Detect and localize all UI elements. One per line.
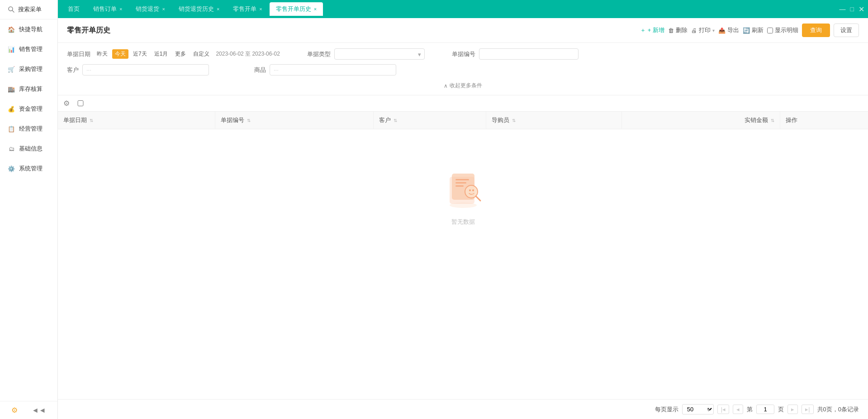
customer-filter: 客户 ···: [67, 64, 209, 75]
product-placeholder: ···: [274, 66, 392, 73]
per-page-select-wrap: 50 10 20 100: [682, 404, 714, 414]
table-settings-icon[interactable]: ⚙: [63, 99, 70, 108]
sort-date-icon: ⇅: [90, 118, 93, 123]
shortcut-7days[interactable]: 近7天: [130, 49, 150, 59]
doc-type-filter: 单据类型: [307, 48, 425, 60]
tab-sales-return-close[interactable]: ×: [162, 6, 165, 12]
select-all-checkbox[interactable]: [73, 100, 88, 106]
sidebar-footer: ⚙ ◄◄: [0, 401, 57, 419]
customer-label: 客户: [67, 66, 79, 74]
tab-sales-return-history-close[interactable]: ×: [217, 6, 219, 12]
window-min-btn[interactable]: —: [840, 5, 846, 13]
tab-retail-open-history-close[interactable]: ×: [314, 6, 317, 12]
per-page-label: 每页显示: [655, 405, 678, 414]
purchase-icon: 🛒: [7, 65, 15, 73]
window-max-btn[interactable]: □: [850, 5, 854, 13]
sidebar-item-label: 经营管理: [19, 125, 43, 133]
tab-sales-order-close[interactable]: ×: [119, 6, 122, 12]
sidebar-item-finance[interactable]: 💰 资金管理: [0, 99, 57, 119]
window-close-btn[interactable]: ✕: [859, 5, 864, 14]
svg-rect-6: [455, 182, 466, 184]
first-page-btn[interactable]: |◂: [717, 405, 729, 414]
th-date[interactable]: 单据日期 ⇅: [58, 112, 215, 129]
last-page-btn[interactable]: ▸|: [802, 405, 813, 414]
tab-retail-open-label: 零售开单: [233, 5, 256, 13]
refresh-button[interactable]: 🔄 刷新: [743, 26, 764, 34]
total-label: 共0页，0条记录: [817, 405, 859, 414]
collapse-more-btn[interactable]: ∧ 收起更多条件: [67, 80, 859, 91]
page-label: 页: [778, 405, 784, 414]
svg-line-1: [12, 10, 14, 12]
filter-row-2: 客户 ··· 商品 ···: [67, 64, 859, 75]
doc-type-select[interactable]: [334, 48, 425, 60]
sidebar-item-label: 基础信息: [19, 145, 43, 153]
topbar: 首页 销售订单 × 销货退货 × 销货退货历史 × 零售开单 × 零售开单历史 …: [58, 0, 868, 18]
per-page-select[interactable]: 50 10 20 100: [682, 404, 714, 414]
table-toolbar: ⚙: [58, 95, 868, 112]
date-filter: 单据日期 昨天 今天 近7天 近1月 更多 自定义 2023-06-02 至 2…: [67, 49, 280, 59]
sidebar-item-operations[interactable]: 📋 经营管理: [0, 119, 57, 139]
sidebar-item-label: 资金管理: [19, 105, 43, 113]
sort-no-icon: ⇅: [247, 118, 251, 123]
tab-home[interactable]: 首页: [62, 2, 86, 16]
sidebar-collapse-btn[interactable]: ◄◄: [32, 406, 46, 414]
inventory-icon: 🏬: [7, 85, 15, 93]
tab-retail-open-history-label: 零售开单历史: [276, 5, 311, 13]
customer-input[interactable]: ···: [82, 64, 209, 75]
tab-sales-return-history[interactable]: 销货退货历史 ×: [172, 2, 226, 16]
shortcut-custom[interactable]: 自定义: [190, 49, 212, 59]
th-amount[interactable]: 实销金额 ⇅: [621, 112, 780, 129]
th-no[interactable]: 单据编号 ⇅: [215, 112, 374, 129]
sort-guide-icon: ⇅: [512, 118, 516, 123]
product-input[interactable]: ···: [270, 64, 396, 75]
th-action: 操作: [780, 112, 868, 129]
tab-sales-order[interactable]: 销售订单 ×: [87, 2, 128, 16]
svg-point-11: [472, 189, 474, 191]
export-button[interactable]: 📤 导出: [718, 26, 739, 34]
shortcut-1month[interactable]: 近1月: [152, 49, 171, 59]
sidebar-item-inventory[interactable]: 🏬 库存核算: [0, 79, 57, 99]
sidebar-settings-btn[interactable]: ⚙: [11, 406, 18, 414]
doc-no-input[interactable]: [479, 48, 579, 60]
print-button[interactable]: 🖨 打印 ▾: [691, 26, 715, 34]
delete-button[interactable]: 🗑 删除: [668, 26, 688, 34]
th-guide[interactable]: 导购员 ⇅: [486, 112, 622, 129]
header-actions: ＋ + 新增 🗑 删除 🖨 打印 ▾ 📤 导出 🔄: [640, 24, 859, 37]
settings-button[interactable]: 设置: [834, 24, 859, 37]
tab-retail-open-history[interactable]: 零售开单历史 ×: [270, 2, 323, 16]
prev-page-btn[interactable]: ◂: [733, 405, 743, 414]
th-customer[interactable]: 客户 ⇅: [373, 112, 486, 129]
empty-state: 暂无数据: [58, 129, 868, 253]
add-icon: ＋: [640, 26, 646, 34]
table-area: ⚙ 单据日期 ⇅ 单据编号 ⇅ 客户: [58, 95, 868, 399]
sidebar-nav: 🏠 快捷导航 📊 销售管理 🛒 采购管理 🏬 库存核算 💰 资金管理 📋 经营管…: [0, 19, 57, 401]
sort-customer-icon: ⇅: [394, 118, 397, 123]
shortcut-more[interactable]: 更多: [172, 49, 189, 59]
add-button[interactable]: ＋ + 新增: [640, 26, 664, 34]
sidebar-item-quick-nav[interactable]: 🏠 快捷导航: [0, 19, 57, 39]
sidebar-item-sys-mgmt[interactable]: ⚙️ 系统管理: [0, 159, 57, 179]
date-label: 单据日期: [67, 50, 90, 58]
sidebar-item-base-info[interactable]: 🗂 基础信息: [0, 139, 57, 159]
sidebar-item-sales-mgmt[interactable]: 📊 销售管理: [0, 39, 57, 59]
product-filter: 商品 ···: [254, 64, 396, 75]
show-detail-checkbox[interactable]: [767, 28, 773, 33]
date-shortcuts: 昨天 今天 近7天 近1月 更多 自定义: [94, 49, 212, 59]
show-detail-check[interactable]: 显示明细: [767, 26, 798, 34]
query-button[interactable]: 查询: [802, 24, 830, 37]
tab-retail-open[interactable]: 零售开单 ×: [227, 2, 268, 16]
sidebar-search[interactable]: 搜索采单: [0, 0, 57, 19]
topbar-window-actions: — □ ✕: [840, 5, 864, 14]
shortcut-today[interactable]: 今天: [112, 49, 128, 59]
doc-type-select-wrap: [334, 48, 425, 60]
next-page-btn[interactable]: ▸: [787, 405, 798, 414]
sidebar-item-purchase-mgmt[interactable]: 🛒 采购管理: [0, 59, 57, 79]
tab-retail-open-close[interactable]: ×: [259, 6, 262, 12]
tab-sales-return[interactable]: 销货退货 ×: [129, 2, 171, 16]
shortcut-yesterday[interactable]: 昨天: [94, 49, 110, 59]
current-page-input[interactable]: [756, 405, 774, 414]
svg-point-10: [469, 189, 471, 191]
empty-text: 暂无数据: [451, 218, 475, 226]
data-table: 单据日期 ⇅ 单据编号 ⇅ 客户 ⇅ 导购员 ⇅: [58, 112, 868, 129]
sidebar-item-label: 销售管理: [19, 45, 43, 53]
